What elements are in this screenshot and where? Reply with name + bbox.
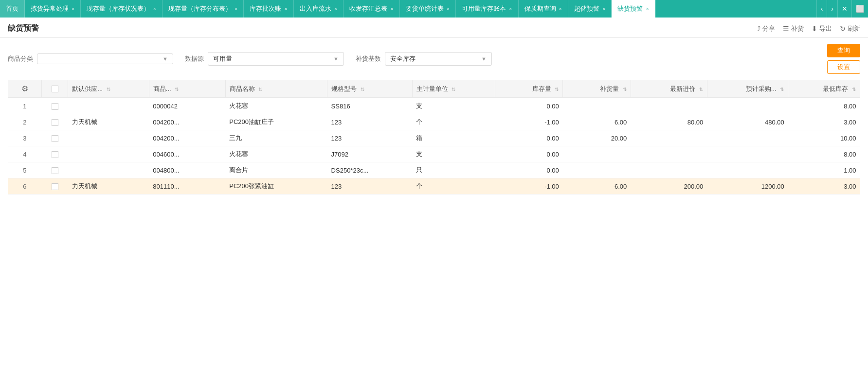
col-header-replenish: 补货量 ⇅ xyxy=(563,80,631,98)
tab-close-expiry-query[interactable]: × xyxy=(559,6,562,12)
cell-checkbox-3[interactable] xyxy=(42,146,68,162)
datasource-label: 数据源 xyxy=(185,54,204,63)
table-row[interactable]: 5 004800... 离合片 DS250*23c... 只 0.00 1.00 xyxy=(8,162,860,178)
tab-close-receive-summary[interactable]: × xyxy=(390,6,393,12)
tab-order-stats[interactable]: 要货单统计表 × xyxy=(400,0,456,18)
col-header-spec: 规格型号 ⇅ xyxy=(327,80,412,98)
cell-name-0: 火花塞 xyxy=(225,98,327,114)
cell-min-stock-1: 3.00 xyxy=(788,114,860,130)
table-row[interactable]: 3 004200... 三九 123 箱 0.00 20.00 10.00 xyxy=(8,130,860,146)
cell-code-1: 004200... xyxy=(149,114,225,130)
tab-close-exception[interactable]: × xyxy=(72,6,74,12)
cell-latest-price-0 xyxy=(631,98,707,114)
cell-index-3: 4 xyxy=(8,146,42,162)
replenish-action[interactable]: ☰ 补货 xyxy=(783,24,804,33)
cell-name-3: 火花塞 xyxy=(225,146,327,162)
row-checkbox-1[interactable] xyxy=(52,119,58,126)
col-header-checkbox[interactable] xyxy=(42,80,68,98)
cell-spec-3: J7092 xyxy=(327,146,412,162)
unit-sort-icon[interactable]: ⇅ xyxy=(452,87,455,92)
cell-checkbox-5[interactable] xyxy=(42,178,68,194)
table-row[interactable]: 2 力天机械 004200... PC200油缸庄子 123 个 -1.00 6… xyxy=(8,114,860,130)
cell-latest-price-3 xyxy=(631,146,707,162)
table-row[interactable]: 4 004600... 火花塞 J7092 支 0.00 8.00 xyxy=(8,146,860,162)
est-purchase-sort-icon[interactable]: ⇅ xyxy=(780,87,784,92)
tab-overstock[interactable]: 超储预警 × xyxy=(568,0,612,18)
tab-maximize[interactable]: ⬜ xyxy=(851,0,868,18)
query-button[interactable]: 查询 xyxy=(827,44,860,57)
supplier-sort-icon[interactable]: ⇅ xyxy=(107,87,110,92)
tab-available-ledger[interactable]: 可用量库存账本 × xyxy=(456,0,518,18)
cell-latest-price-1: 80.00 xyxy=(631,114,707,130)
cell-checkbox-4[interactable] xyxy=(42,162,68,178)
filter-actions: 查询 设置 xyxy=(827,44,860,74)
row-checkbox-0[interactable] xyxy=(52,103,58,110)
tab-close-order-stats[interactable]: × xyxy=(447,6,450,12)
cell-latest-price-5: 200.00 xyxy=(631,178,707,194)
tab-close-inventory-dist[interactable]: × xyxy=(235,6,237,12)
min-stock-sort-icon[interactable]: ⇅ xyxy=(852,87,856,92)
tab-shortage[interactable]: 缺货预警 × xyxy=(612,0,655,18)
datasource-select[interactable]: 可用量 ▼ xyxy=(208,52,344,66)
tab-close-shortage[interactable]: × xyxy=(646,6,649,12)
cell-unit-3: 支 xyxy=(412,146,495,162)
tab-receive-summary[interactable]: 收发存汇总表 × xyxy=(344,0,399,18)
cell-checkbox-2[interactable] xyxy=(42,130,68,146)
tab-close-available-ledger[interactable]: × xyxy=(509,6,512,12)
stock-sort-icon[interactable]: ⇅ xyxy=(555,87,559,92)
code-sort-icon[interactable]: ⇅ xyxy=(175,87,179,92)
row-checkbox-2[interactable] xyxy=(52,135,58,142)
cell-replenish-0 xyxy=(563,98,631,114)
replenish-sort-icon[interactable]: ⇅ xyxy=(623,87,627,92)
main-content: 缺货预警 ⤴ 分享 ☰ 补货 ⬇ 导出 ↻ 刷新 商品分类 xyxy=(0,18,868,387)
settings-button[interactable]: 设置 xyxy=(827,60,860,74)
cell-min-stock-0: 8.00 xyxy=(788,98,860,114)
table-row[interactable]: 6 力天机械 801110... PC200张紧油缸 123 个 -1.00 6… xyxy=(8,178,860,194)
cell-supplier-5: 力天机械 xyxy=(68,178,149,194)
tab-scroll-left[interactable]: ‹ xyxy=(816,0,827,18)
tab-home[interactable]: 首页 xyxy=(0,0,25,18)
settings-gear-icon[interactable]: ⚙ xyxy=(21,85,28,93)
tab-inventory-status[interactable]: 现存量（库存状况表） × xyxy=(81,0,162,18)
table-row[interactable]: 1 0000042 火花塞 SS816 支 0.00 8.00 xyxy=(8,98,860,114)
export-action[interactable]: ⬇ 导出 xyxy=(812,24,832,33)
tab-inout-flow[interactable]: 出入库流水 × xyxy=(294,0,344,18)
row-checkbox-5[interactable] xyxy=(52,183,58,190)
tab-close-inout-flow[interactable]: × xyxy=(334,6,337,12)
col-header-est-purchase: 预计采购... ⇅ xyxy=(707,80,788,98)
cell-stock-2: 0.00 xyxy=(495,130,563,146)
cell-est-purchase-3 xyxy=(707,146,788,162)
row-checkbox-4[interactable] xyxy=(52,167,58,174)
tab-expiry-query[interactable]: 保质期查询 × xyxy=(519,0,568,18)
tab-close-inventory-status[interactable]: × xyxy=(153,6,156,12)
col-header-name: 商品名称 ⇅ xyxy=(225,80,327,98)
col-header-settings[interactable]: ⚙ xyxy=(8,80,42,98)
cell-checkbox-0[interactable] xyxy=(42,98,68,114)
cell-stock-4: 0.00 xyxy=(495,162,563,178)
tab-exception[interactable]: 拣货异常处理 × xyxy=(25,0,81,18)
shortage-table: ⚙ 默认供应... ⇅ 商品... ⇅ 商品名称 ⇅ xyxy=(8,80,860,194)
tab-inventory-dist[interactable]: 现存量（库存分布表） × xyxy=(163,0,244,18)
cell-spec-5: 123 xyxy=(327,178,412,194)
cell-checkbox-1[interactable] xyxy=(42,114,68,130)
datasource-filter-group: 数据源 可用量 ▼ xyxy=(185,52,344,66)
latest-price-sort-icon[interactable]: ⇅ xyxy=(699,87,703,92)
replenish-base-filter-group: 补货基数 安全库存 ▼ xyxy=(356,52,492,66)
spec-sort-icon[interactable]: ⇅ xyxy=(361,87,364,92)
share-action[interactable]: ⤴ 分享 xyxy=(757,24,775,33)
tab-scroll-right[interactable]: › xyxy=(827,0,837,18)
tab-close-overstock[interactable]: × xyxy=(602,6,605,12)
row-checkbox-3[interactable] xyxy=(52,151,58,158)
select-all-checkbox[interactable] xyxy=(52,86,58,92)
tab-close-batch-account[interactable]: × xyxy=(284,6,287,12)
cell-unit-4: 只 xyxy=(412,162,495,178)
replenish-icon: ☰ xyxy=(783,25,789,33)
replenish-base-select[interactable]: 安全库存 ▼ xyxy=(385,52,492,66)
cell-supplier-4 xyxy=(68,162,149,178)
category-select[interactable]: ▼ xyxy=(37,53,173,64)
name-sort-icon[interactable]: ⇅ xyxy=(258,87,262,92)
refresh-action[interactable]: ↻ 刷新 xyxy=(840,24,860,33)
cell-stock-0: 0.00 xyxy=(495,98,563,114)
tab-close-current[interactable]: ✕ xyxy=(837,0,851,18)
tab-batch-account[interactable]: 库存批次账 × xyxy=(244,0,293,18)
